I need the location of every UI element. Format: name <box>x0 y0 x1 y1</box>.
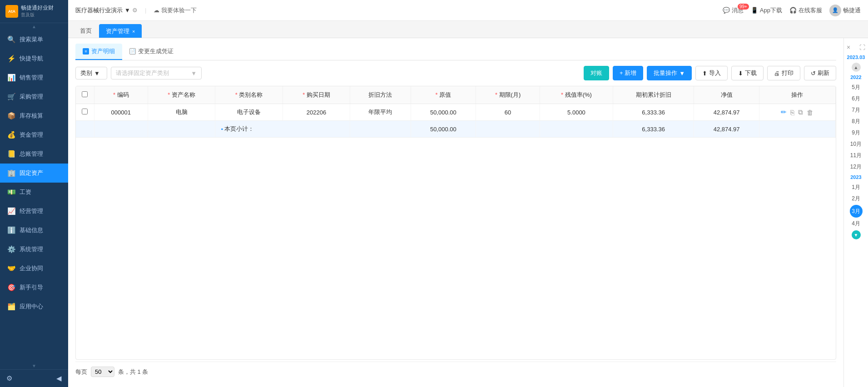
delete-icon[interactable]: 🗑 <box>807 109 813 116</box>
cloud-icon: ☁ <box>154 7 159 14</box>
category-value-select[interactable]: 请选择固定资产类别 ▼ <box>111 67 202 79</box>
tab-asset-mgmt[interactable]: 资产管理 × <box>99 24 142 38</box>
sidebar-item-ledger[interactable]: 📒 总账管理 <box>0 144 68 164</box>
rp-month-5[interactable]: 5月 <box>846 82 866 93</box>
rp-month-2023-3[interactable]: 3月 <box>850 205 863 218</box>
sidebar-item-system[interactable]: ⚙️ 系统管理 <box>0 240 68 259</box>
sidebar-item-guide[interactable]: 🎯 新手引导 <box>0 278 68 297</box>
sidebar-item-collab[interactable]: 🤝 企业协同 <box>0 259 68 278</box>
reconcile-button[interactable]: 对账 <box>584 66 609 80</box>
sidebar-item-fund[interactable]: 💰 资金管理 <box>0 125 68 144</box>
row-checkbox[interactable] <box>82 109 88 114</box>
print-button[interactable]: 🖨 打印 <box>767 66 800 80</box>
quick-nav-icon: ⚡ <box>7 55 16 63</box>
expand-icon[interactable]: ⛶ <box>859 44 865 51</box>
filter-value-chevron: ▼ <box>191 70 197 77</box>
row-category: 电子设备 <box>215 104 283 121</box>
close-icon[interactable]: × <box>847 44 850 51</box>
select-all-checkbox[interactable] <box>82 91 88 97</box>
avatar: 👤 <box>829 5 841 16</box>
import-icon: ⬆ <box>702 70 707 77</box>
download-button[interactable]: ⬇ 下载 <box>731 66 764 80</box>
subtotal-empty-3 <box>148 121 215 138</box>
message-button[interactable]: 💬 消息 99+ <box>723 6 744 15</box>
tab-close-icon[interactable]: × <box>132 29 135 34</box>
operations-icon: 📈 <box>7 207 16 215</box>
subtotal-empty-6 <box>476 121 540 138</box>
sales-icon: 📊 <box>7 74 16 82</box>
table-wrap: * 编码 * 资产名称 * 类别名称 * 购买日期 折旧方法 * 原值 * 期限… <box>75 86 836 360</box>
rp-nav-down[interactable]: ▼ <box>852 230 861 239</box>
import-button[interactable]: ⬆ 导入 <box>695 66 728 80</box>
company-name: 医疗器械行业演示 <box>75 6 123 15</box>
message-icon: 💬 <box>723 7 730 14</box>
edit-icon[interactable]: ✏ <box>781 108 787 116</box>
sidebar-item-appstore[interactable]: 🗂️ 应用中心 <box>0 297 68 316</box>
sidebar-item-operations[interactable]: 📈 经营管理 <box>0 202 68 221</box>
sidebar-item-basic-info[interactable]: ℹ️ 基础信息 <box>0 221 68 240</box>
subtotal-initial-accumulated: 6,333.36 <box>613 121 694 138</box>
rp-month-2023-2[interactable]: 2月 <box>846 193 866 204</box>
scroll-up[interactable]: ▲ <box>0 23 68 30</box>
category-select[interactable]: 类别 ▼ <box>75 67 107 79</box>
rp-month-9[interactable]: 9月 <box>846 127 866 139</box>
app-download-button[interactable]: 📱 App下载 <box>751 6 782 15</box>
fixed-assets-icon: 🏢 <box>7 169 16 177</box>
sidebar-item-payroll[interactable]: 💵 工资 <box>0 183 68 202</box>
sub-tab-asset-detail[interactable]: ≡ 资产明细 <box>75 44 122 60</box>
sub-tab-change-voucher[interactable]: 📄 变更生成凭证 <box>122 44 181 60</box>
scroll-down[interactable]: ▼ <box>0 362 68 369</box>
online-service-button[interactable]: 🎧 在线客服 <box>789 6 822 15</box>
batch-ops-button[interactable]: 批量操作 ▼ <box>647 66 692 80</box>
rp-month-10[interactable]: 10月 <box>846 139 866 150</box>
sidebar-item-fixed-assets[interactable]: 🏢 固定资产 <box>0 164 68 183</box>
appstore-icon: 🗂️ <box>7 303 16 311</box>
sidebar-item-search[interactable]: 🔍 搜索菜单 <box>0 30 68 49</box>
row-depreciation-method: 年限平均 <box>350 104 411 121</box>
row-checkbox-cell <box>76 104 94 121</box>
gear-icon[interactable]: ⚙ <box>132 7 138 14</box>
experience-button[interactable]: ☁ 我要体验一下 <box>154 6 197 15</box>
sidebar-item-sales[interactable]: 📊 销售管理 <box>0 68 68 87</box>
rp-month-8[interactable]: 8月 <box>846 116 866 127</box>
tab-home[interactable]: 首页 <box>74 24 98 38</box>
rp-year-display: 2023.03 <box>844 53 868 62</box>
per-page-select[interactable]: 50 10 20 100 <box>91 367 114 377</box>
rp-month-12[interactable]: 12月 <box>846 161 866 173</box>
fund-icon: 💰 <box>7 131 16 139</box>
print-icon: 🖨 <box>774 70 780 77</box>
settings-icon[interactable]: ⚙ <box>6 374 12 382</box>
logo-icon: AtA <box>5 5 18 18</box>
rp-month-2023-4[interactable]: 4月 <box>846 218 866 229</box>
rp-month-6[interactable]: 6月 <box>846 93 866 104</box>
new-button[interactable]: + 新增 <box>613 66 643 80</box>
topbar-right: 💬 消息 99+ 📱 App下载 🎧 在线客服 👤 畅捷通 <box>723 5 861 16</box>
company-dropdown-icon: ▼ <box>124 7 130 14</box>
guide-icon: 🎯 <box>7 283 16 292</box>
subtotal-empty-5 <box>350 121 411 138</box>
toolbar-right: 对账 + 新增 批量操作 ▼ ⬆ 导入 ⬇ 下载 <box>584 66 836 80</box>
row-name: 电脑 <box>148 104 215 121</box>
copy-icon[interactable]: ⎘ <box>790 109 794 116</box>
collapse-icon[interactable]: ◀ <box>56 374 62 382</box>
content-main: ≡ 资产明细 📄 变更生成凭证 类别 ▼ 请选择固定资产类别 ▼ <box>68 38 843 387</box>
th-checkbox <box>76 86 94 104</box>
sidebar-item-purchase[interactable]: 🛒 采购管理 <box>0 87 68 106</box>
total-label: 条，共 1 条 <box>118 368 148 376</box>
sidebar-item-quick-nav[interactable]: ⚡ 快捷导航 <box>0 49 68 68</box>
rp-month-7[interactable]: 7月 <box>846 104 866 116</box>
search-icon: 🔍 <box>7 35 16 44</box>
main: 医疗器械行业演示 ▼ ⚙ | ☁ 我要体验一下 💬 消息 99+ 📱 App下载… <box>68 0 868 387</box>
rp-months-2022: 2022 5月 6月 7月 8月 9月 10月 11月 12月 <box>844 73 868 173</box>
sidebar-scroll: 🔍 搜索菜单 ⚡ 快捷导航 📊 销售管理 🛒 采购管理 📦 库存核算 💰 <box>0 30 68 362</box>
user-menu[interactable]: 👤 畅捷通 <box>829 5 861 16</box>
rp-month-11[interactable]: 11月 <box>846 150 866 161</box>
assets-table: * 编码 * 资产名称 * 类别名称 * 购买日期 折旧方法 * 原值 * 期限… <box>76 86 836 138</box>
refresh-button[interactable]: ↺ 刷新 <box>804 66 836 80</box>
table-row: 000001 电脑 电子设备 202206 年限平均 50,000.00 60 … <box>76 104 836 121</box>
company-selector[interactable]: 医疗器械行业演示 ▼ ⚙ <box>75 6 138 15</box>
rp-month-2023-1[interactable]: 1月 <box>846 182 866 193</box>
rp-nav-up[interactable]: ▲ <box>852 63 861 72</box>
sidebar-item-inventory[interactable]: 📦 库存核算 <box>0 106 68 125</box>
share-icon[interactable]: ⧉ <box>798 108 803 116</box>
